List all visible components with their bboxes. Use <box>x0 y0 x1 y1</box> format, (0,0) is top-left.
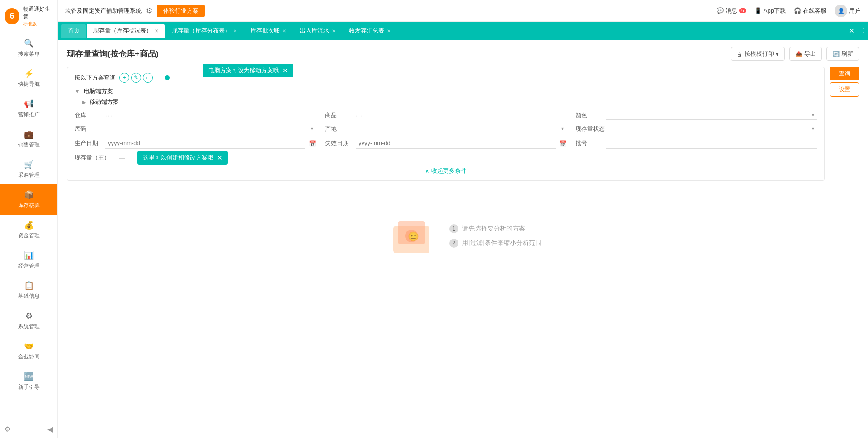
batch-input[interactable] <box>606 138 817 149</box>
export-button[interactable]: 📤 导出 <box>789 47 822 61</box>
sidebar-item-marketing[interactable]: 📢 营销推广 <box>0 94 57 124</box>
message-label: 消息 <box>726 7 737 15</box>
support-icon: 🎧 <box>794 7 801 14</box>
sidebar-item-search[interactable]: 🔍 搜索菜单 <box>0 33 57 63</box>
empty-step-1: 1 请先选择要分析的方案 <box>449 224 542 233</box>
trial-button[interactable]: 体验行业方案 <box>157 5 205 17</box>
plan-desktop-name: 电脑端方案 <box>84 87 113 95</box>
sidebar-item-enterprise[interactable]: 🤝 企业协同 <box>0 336 57 366</box>
filter-label-row: 按以下方案查询 + ✎ ← <box>75 73 817 83</box>
print-button[interactable]: 🖨 按模板打印 ▾ <box>731 47 785 61</box>
exp-date-label: 失效日期 <box>325 139 352 147</box>
collapse-sidebar-icon[interactable]: ◀ <box>47 425 53 433</box>
sidebar-item-purchase[interactable]: 🛒 采购管理 <box>0 154 57 184</box>
sidebar-item-operation[interactable]: 📊 经营管理 <box>0 245 57 275</box>
size-select[interactable]: ▾ <box>105 124 316 133</box>
operation-icon: 📊 <box>24 250 34 260</box>
warehouse-dots[interactable]: ··· <box>105 112 113 119</box>
arrow-left-icon[interactable]: ← <box>143 73 153 83</box>
support-label: 在线客服 <box>803 7 826 15</box>
sidebar-item-system[interactable]: ⚙ 系统管理 <box>0 306 57 336</box>
exp-date-calendar-icon[interactable]: 📅 <box>559 140 566 147</box>
filter-label: 按以下方案查询 <box>75 74 116 82</box>
user-item[interactable]: 👤 用户 <box>835 5 861 17</box>
sales-icon: 💼 <box>24 129 34 139</box>
stock-status-select[interactable]: ▾ <box>609 124 817 133</box>
filter-batch: 批号 <box>576 138 817 149</box>
message-item[interactable]: 💬 消息 6 <box>717 7 746 15</box>
filter-actions: + ✎ ← <box>119 73 153 83</box>
filter-mfg-date: 生产日期 📅 <box>75 138 316 149</box>
sidebar-item-label: 系统管理 <box>18 323 40 330</box>
origin-select[interactable]: ▾ <box>356 124 566 133</box>
filter-section: 电脑方案可设为移动方案哦 ✕ 这里可以创建和修改方案哦 ✕ 按以下方案查询 + … <box>67 67 825 181</box>
app-download-item[interactable]: 📱 App下载 <box>755 7 786 15</box>
goods-dots[interactable]: ··· <box>356 112 363 119</box>
page-content: 现存量查询(按仓库+商品) 🖨 按模板打印 ▾ 📤 导出 🔄 刷新 <box>58 40 868 438</box>
tab-inventory-dist-close[interactable]: ✕ <box>233 28 237 33</box>
sidebar-nav: 🔍 搜索菜单 ⚡ 快捷导航 📢 营销推广 💼 销售管理 🛒 采购管理 📦 库存核… <box>0 33 57 420</box>
filter-origin: 产地 ▾ <box>325 124 566 133</box>
sidebar-item-finance[interactable]: 💰 资金管理 <box>0 215 57 245</box>
sidebar-item-label: 基础信息 <box>18 292 40 300</box>
plan-expand-icon: ▶ <box>82 99 86 105</box>
add-plan-icon[interactable]: + <box>119 73 129 83</box>
empty-text: 1 请先选择要分析的方案 2 用[过滤]条件来缩小分析范围 <box>449 224 542 248</box>
refresh-button[interactable]: 🔄 刷新 <box>826 47 859 61</box>
edit-plan-icon[interactable]: ✎ <box>131 73 141 83</box>
filter-color: 颜色 ▾ <box>576 111 817 120</box>
sidebar-item-inventory[interactable]: 📦 库存核算 <box>0 184 57 215</box>
svg-text:😐: 😐 <box>408 231 419 242</box>
mfg-date-input[interactable] <box>105 138 305 149</box>
tab-flow-close[interactable]: ✕ <box>332 28 335 33</box>
stock-main-label: 现存量（主） <box>75 154 111 162</box>
size-label: 尺码 <box>75 125 102 133</box>
tab-close-all-icon[interactable]: ✕ <box>849 27 854 34</box>
tab-inventory-status-close[interactable]: ✕ <box>155 28 158 33</box>
sidebar-item-label: 搜索菜单 <box>18 50 40 58</box>
print-icon: 🖨 <box>737 51 743 57</box>
page-title-bar: 现存量查询(按仓库+商品) 🖨 按模板打印 ▾ 📤 导出 🔄 刷新 <box>67 47 859 61</box>
tab-flow[interactable]: 出入库流水 ✕ <box>293 24 342 38</box>
gear-icon[interactable]: ⚙ <box>146 6 152 15</box>
tooltip-close-1[interactable]: ✕ <box>283 67 288 74</box>
tab-batch-close[interactable]: ✕ <box>283 28 286 33</box>
tab-home[interactable]: 首页 <box>61 24 86 38</box>
color-select[interactable]: ▾ <box>606 111 817 120</box>
filter-goods: 商品 ··· <box>325 111 566 120</box>
set-button[interactable]: 设置 <box>830 82 859 97</box>
tooltip-create-text: 这里可以创建和修改方案哦 <box>143 154 213 162</box>
basic-icon: 📋 <box>24 281 34 291</box>
tab-summary-close[interactable]: ✕ <box>387 28 391 33</box>
plan-desktop-row[interactable]: ▼ 电脑端方案 <box>75 87 817 95</box>
tab-inventory-status[interactable]: 现存量（库存状况表） ✕ <box>87 24 165 38</box>
tab-summary[interactable]: 收发存汇总表 ✕ <box>343 24 397 38</box>
stock-status-label: 现存量状态 <box>576 125 605 133</box>
mfg-date-calendar-icon[interactable]: 📅 <box>309 140 316 147</box>
settings-icon[interactable]: ⚙ <box>5 425 11 433</box>
sidebar-item-guide[interactable]: 🆕 新手引导 <box>0 366 57 396</box>
plan-collapse-icon: ▼ <box>75 88 80 94</box>
sidebar-item-sales[interactable]: 💼 销售管理 <box>0 124 57 154</box>
tab-batch[interactable]: 库存批次账 ✕ <box>244 24 292 38</box>
exp-date-input[interactable] <box>356 138 556 149</box>
sidebar-item-basic[interactable]: 📋 基础信息 <box>0 275 57 306</box>
plan-mobile-row[interactable]: ▶ 移动端方案 <box>82 98 817 106</box>
filter-warehouse: 仓库 ··· <box>75 111 316 120</box>
tab-expand-icon[interactable]: ⛶ <box>858 27 864 34</box>
step-num-2: 2 <box>449 239 458 248</box>
sidebar-item-label: 企业协同 <box>18 353 40 361</box>
sidebar-item-quick[interactable]: ⚡ 快捷导航 <box>0 63 57 94</box>
tooltip-close-2[interactable]: ✕ <box>217 154 222 161</box>
chevron-down-icon: ▾ <box>812 113 814 118</box>
sidebar-item-label: 快捷导航 <box>18 80 40 88</box>
support-item[interactable]: 🎧 在线客服 <box>794 7 826 15</box>
filter-grid: 仓库 ··· 商品 ··· 颜色 ▾ <box>75 111 817 149</box>
collapse-button[interactable]: ∧ 收起更多条件 <box>425 167 467 175</box>
avatar: 👤 <box>835 5 847 17</box>
tab-inventory-dist[interactable]: 现存量（库存分布表） ✕ <box>165 24 243 38</box>
batch-label: 批号 <box>576 139 603 147</box>
search-button[interactable]: 查询 <box>830 67 859 80</box>
logo-icon: 6 <box>5 8 19 24</box>
tooltip-desktop: 电脑方案可设为移动方案哦 ✕ <box>203 64 293 77</box>
